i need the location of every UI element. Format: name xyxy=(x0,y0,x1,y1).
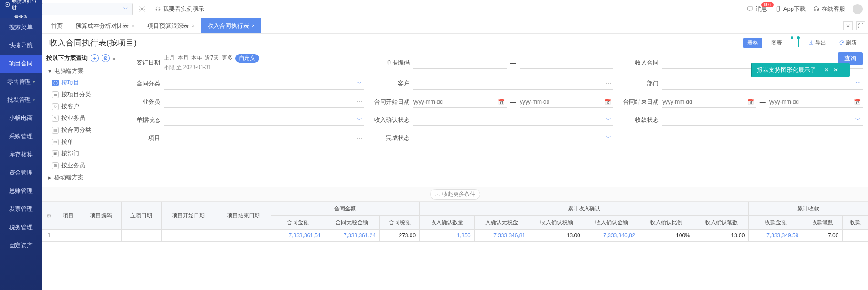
salesman-input[interactable] xyxy=(164,99,355,105)
col-project[interactable]: 项目 xyxy=(56,202,81,230)
col-收入确认笔数[interactable]: 收入确认笔数 xyxy=(694,216,749,230)
cell-contract-notax[interactable]: 7,333,361,24 xyxy=(325,230,380,242)
demo-link[interactable]: 我要看实例演示 xyxy=(155,5,204,13)
contract-start-from-input[interactable] xyxy=(413,99,496,105)
close-icon[interactable]: ✕ xyxy=(833,67,838,73)
nav-item-批发管理[interactable]: 批发管理▾ xyxy=(0,91,42,109)
export-button[interactable]: 导出 xyxy=(804,38,830,48)
scheme-group-mobile[interactable]: ▸ 移动端方案 xyxy=(46,171,116,183)
close-icon[interactable]: ✕ xyxy=(824,67,829,73)
nav-item-固定资产[interactable]: 固定资产 xyxy=(0,236,42,255)
scheme-item-按客户[interactable]: ☺按客户 xyxy=(46,100,116,112)
nav-item-小畅电商[interactable]: 小畅电商 xyxy=(0,109,42,127)
cell-contract-amt[interactable]: 7,333,361,51 xyxy=(271,230,325,242)
col-收入确认金额[interactable]: 收入确认金额 xyxy=(584,216,639,230)
nav-item-资金管理[interactable]: 资金管理 xyxy=(0,164,42,182)
col-合同无税金额[interactable]: 合同无税金额 xyxy=(325,216,380,230)
nav-item-发票管理[interactable]: 发票管理 xyxy=(0,200,42,218)
close-icon[interactable]: × xyxy=(252,23,255,29)
quick-range-本月[interactable]: 本月 xyxy=(178,54,188,63)
lookup-icon[interactable]: ⋯ xyxy=(604,80,613,87)
doc-no-to-input[interactable] xyxy=(520,57,613,69)
project-input[interactable] xyxy=(164,135,355,141)
scheme-item-按业务员[interactable]: ⊞按业务员 xyxy=(46,160,116,171)
nav-item-总账管理[interactable]: 总账管理 xyxy=(0,182,42,200)
col-收款[interactable]: 收款 xyxy=(843,216,868,230)
quick-range-custom[interactable]: 自定义 xyxy=(235,54,259,63)
table-row[interactable]: 1 7,333,361,51 7,333,361,24 273.00 1,856… xyxy=(42,230,868,242)
dept-input[interactable] xyxy=(662,80,853,87)
finish-status-input[interactable] xyxy=(413,135,604,141)
col-合同税额[interactable]: 合同税额 xyxy=(380,216,420,230)
col-​入确认无税金​[interactable]: ​入确认无税金​ xyxy=(474,216,529,230)
doc-status-input[interactable] xyxy=(164,117,355,123)
nav-item-搜索菜单[interactable]: 搜索菜单 xyxy=(0,18,42,36)
app-download-button[interactable]: App下载 xyxy=(775,5,806,13)
quick-range-更多[interactable]: 更多 xyxy=(222,54,233,63)
mode-chart-button[interactable]: 图表 xyxy=(767,38,786,48)
calendar-icon[interactable]: 📅 xyxy=(496,99,507,105)
col-收款笔数[interactable]: 收款笔数 xyxy=(802,216,843,230)
cell-confirm-amt[interactable]: 7,333,346,82 xyxy=(584,230,639,242)
doc-no-from-input[interactable] xyxy=(413,57,507,69)
quick-range-上月[interactable]: 上月 xyxy=(164,54,175,63)
col-proj-end[interactable]: 项目结束日期 xyxy=(216,202,271,230)
col-setup-date[interactable]: 立项日期 xyxy=(121,202,161,230)
contract-end-from-input[interactable] xyxy=(662,99,745,105)
calendar-icon[interactable]: 📅 xyxy=(603,99,613,105)
lookup-icon[interactable]: ⋯ xyxy=(355,135,364,141)
org-selector[interactable]: ﹀ xyxy=(42,3,133,15)
cell-receipt-amt[interactable]: 7,333,349,59 xyxy=(749,230,802,242)
contract-end-to-input[interactable] xyxy=(769,99,852,105)
scheme-item-按单[interactable]: ▭按单 xyxy=(46,136,116,148)
cell-confirm-qty[interactable]: 1,856 xyxy=(420,230,475,242)
chevron-down-icon[interactable]: ﹀ xyxy=(853,116,863,124)
mode-table-button[interactable]: 表格 xyxy=(743,38,762,48)
collapse-scheme-icon[interactable]: « xyxy=(112,55,116,62)
nav-item-库存核算[interactable]: 库存核算 xyxy=(0,145,42,164)
col-收入确认数量[interactable]: 收入确认数量 xyxy=(420,216,475,230)
contract-start-to-input[interactable] xyxy=(520,99,603,105)
add-scheme-button[interactable]: + xyxy=(91,54,99,62)
quick-range-本年[interactable]: 本年 xyxy=(191,54,202,63)
calendar-icon[interactable]: 📅 xyxy=(746,99,756,105)
scheme-item-按部门[interactable]: ▣按部门 xyxy=(46,148,116,160)
scheme-settings-button[interactable]: ⚙ xyxy=(102,54,110,62)
quick-range-近7天[interactable]: 近7天 xyxy=(205,54,219,63)
tab-收入合同执行表[interactable]: 收入合同执行表× xyxy=(201,18,261,33)
chevron-down-icon[interactable]: ﹀ xyxy=(355,80,364,87)
contract-cat-input[interactable] xyxy=(164,80,355,87)
scheme-item-按项目[interactable]: ◯按项目 xyxy=(46,77,116,89)
scheme-item-按合同分类[interactable]: ▤按合同分类 xyxy=(46,124,116,136)
calendar-icon[interactable]: 📅 xyxy=(852,99,863,105)
nav-item-快捷导航[interactable]: 快捷导航 xyxy=(0,36,42,55)
chevron-down-icon[interactable]: ﹀ xyxy=(355,116,364,124)
nav-item-项目合同[interactable]: 项目合同 xyxy=(0,55,42,73)
col-合同金额[interactable]: 合同金额 xyxy=(271,216,325,230)
collapse-filters-button[interactable]: ︿收起更多条件 xyxy=(42,187,868,201)
close-icon[interactable]: × xyxy=(192,23,195,29)
scheme-item-按项目分类[interactable]: ☰按项目分类 xyxy=(46,89,116,100)
tab-项目预算跟踪表[interactable]: 项目预算跟踪表× xyxy=(141,18,201,33)
user-menu[interactable] xyxy=(853,4,863,14)
tab-预算成本分析对比表[interactable]: 预算成本分析对比表× xyxy=(69,18,141,33)
messages-button[interactable]: 消息 99+ xyxy=(747,5,767,13)
online-service-button[interactable]: 在线客服 xyxy=(813,5,845,13)
cell-confirm-notax[interactable]: 7,333,346,81 xyxy=(474,230,529,242)
receipt-status-input[interactable] xyxy=(662,117,853,123)
customer-input[interactable] xyxy=(413,80,604,87)
scheme-item-按业务员[interactable]: ✎按业务员 xyxy=(46,112,116,124)
close-all-tabs[interactable]: ✕ xyxy=(843,21,853,30)
tab-首页[interactable]: 首页 xyxy=(45,18,69,33)
refresh-button[interactable]: 刷新 xyxy=(835,38,861,48)
col-收款金额[interactable]: 收款金额 xyxy=(749,216,802,230)
nav-item-税务管理[interactable]: 税务管理 xyxy=(0,218,42,236)
lookup-icon[interactable]: ⋯ xyxy=(355,99,364,105)
close-icon[interactable]: × xyxy=(132,23,135,29)
col-proj-start[interactable]: 项目开始日期 xyxy=(161,202,216,230)
nav-item-采购管理[interactable]: 采购管理 xyxy=(0,127,42,145)
col-project-code[interactable]: 项目编码 xyxy=(81,202,121,230)
chevron-down-icon[interactable]: ﹀ xyxy=(604,116,613,124)
gear-icon[interactable] xyxy=(138,5,146,13)
nav-item-零售管理[interactable]: 零售管理▾ xyxy=(0,73,42,91)
